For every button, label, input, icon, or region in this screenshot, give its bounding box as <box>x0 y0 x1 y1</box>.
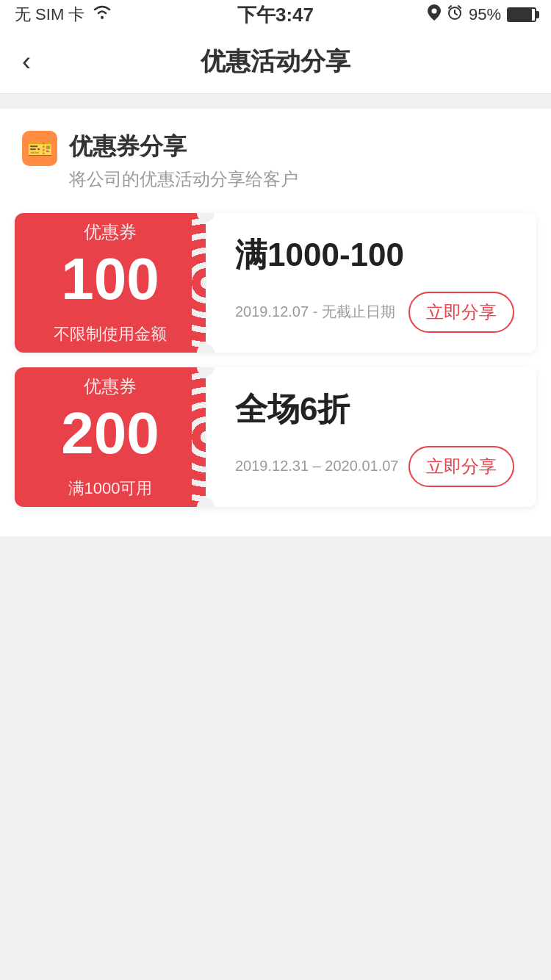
nav-bar: ‹ 优惠活动分享 <box>0 29 551 94</box>
status-left: 无 SIM 卡 <box>15 4 112 26</box>
coupon-footer-2: 2019.12.31 – 2020.01.07 立即分享 <box>235 446 514 487</box>
svg-point-0 <box>101 16 104 19</box>
coupon-left-1: 优惠券 100 不限制使用金额 <box>15 213 206 353</box>
coupon-card-2: 优惠券 200 满1000可用 全场6折 2019.12.31 – 2020.0… <box>15 367 536 507</box>
battery-percent: 95% <box>469 5 501 24</box>
coupon-condition-1: 不限制使用金额 <box>54 323 167 345</box>
alarm-icon <box>447 4 463 25</box>
coupon-label-1: 优惠券 <box>84 220 137 244</box>
page-title: 优惠活动分享 <box>201 45 350 79</box>
section-icon: 🎫 <box>22 131 57 166</box>
coupon-label-2: 优惠券 <box>84 375 137 398</box>
separator-top <box>0 94 551 109</box>
coupon-right-2: 全场6折 2019.12.31 – 2020.01.07 立即分享 <box>206 367 536 507</box>
back-button[interactable]: ‹ <box>22 46 31 77</box>
share-button-2[interactable]: 立即分享 <box>408 446 514 487</box>
wifi-icon <box>92 5 112 24</box>
coupon-left-2: 优惠券 200 满1000可用 <box>15 367 206 507</box>
coupon-list: 优惠券 100 不限制使用金额 满1000-100 2019.12.07 - 无… <box>0 206 551 536</box>
coupon-card-1: 优惠券 100 不限制使用金额 满1000-100 2019.12.07 - 无… <box>15 213 536 353</box>
status-right: 95% <box>428 4 536 25</box>
coupon-amount-2: 200 <box>61 404 159 463</box>
battery-icon <box>507 7 536 22</box>
svg-line-4 <box>455 13 457 15</box>
coupon-amount-1: 100 <box>61 250 159 309</box>
coupon-date-2: 2019.12.31 – 2020.01.07 <box>235 458 398 475</box>
coupon-name-1: 满1000-100 <box>235 234 514 277</box>
share-button-1[interactable]: 立即分享 <box>408 292 514 333</box>
coupon-icon-glyph: 🎫 <box>27 137 53 161</box>
coupon-date-1: 2019.12.07 - 无截止日期 <box>235 302 395 322</box>
coupon-right-1: 满1000-100 2019.12.07 - 无截止日期 立即分享 <box>206 213 536 353</box>
empty-area <box>0 536 551 904</box>
sim-label: 无 SIM 卡 <box>15 4 84 26</box>
section-subtitle: 将公司的优惠活动分享给客户 <box>69 167 298 191</box>
section-header: 🎫 优惠券分享 将公司的优惠活动分享给客户 <box>0 109 551 206</box>
status-time: 下午3:47 <box>237 2 314 28</box>
coupon-footer-1: 2019.12.07 - 无截止日期 立即分享 <box>235 292 514 333</box>
section-title: 优惠券分享 <box>69 131 298 163</box>
status-bar: 无 SIM 卡 下午3:47 95 <box>0 0 551 29</box>
svg-point-1 <box>431 9 436 14</box>
coupon-name-2: 全场6折 <box>235 388 514 431</box>
section-text: 优惠券分享 将公司的优惠活动分享给客户 <box>69 131 298 191</box>
coupon-condition-2: 满1000可用 <box>68 478 153 500</box>
location-icon <box>428 4 441 25</box>
